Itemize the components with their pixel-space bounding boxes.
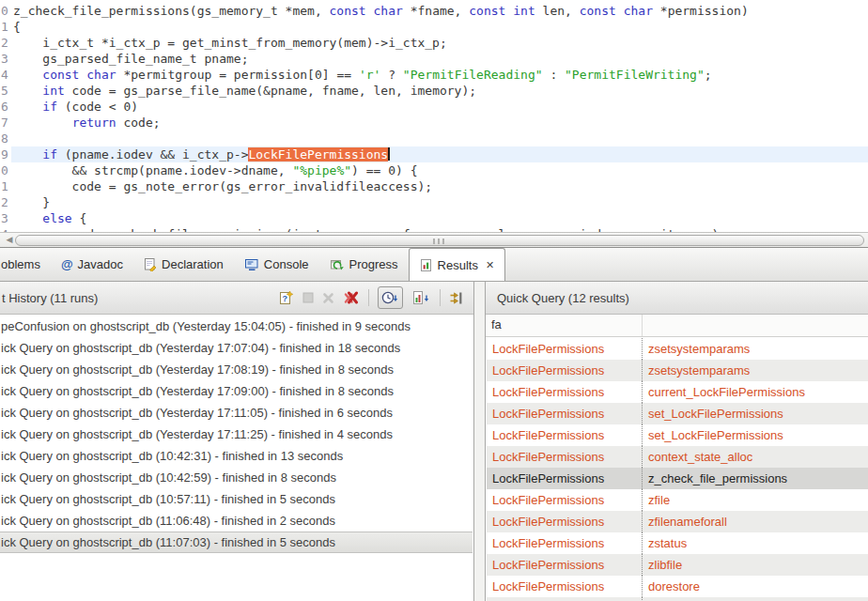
code-token: int xyxy=(42,84,64,98)
tab-console[interactable]: Console xyxy=(234,248,319,281)
result-row-selected[interactable]: LockFilePermissionsz_check_file_permissi… xyxy=(487,468,868,489)
history-item[interactable]: ick Query on ghostscript_db (10:42:59) -… xyxy=(0,467,473,488)
result-cell-source[interactable]: LockFilePermissions xyxy=(487,446,642,468)
code-line[interactable]: if (code < 0) xyxy=(11,99,868,115)
result-row[interactable]: LockFilePermissionszfilenameforall xyxy=(487,511,868,532)
code-token: len, xyxy=(535,4,580,18)
history-item[interactable]: ick Query on ghostscript_db (10:57:11) -… xyxy=(0,488,473,510)
code-token: "PermitFileReading" xyxy=(403,68,543,82)
code-token: i_ctx_t *i_ctx_p = get_minst_from_memory… xyxy=(13,36,447,50)
result-cell-source[interactable]: LockFilePermissions xyxy=(487,532,642,554)
toolbar-separator xyxy=(368,289,369,306)
result-cell-source[interactable]: LockFilePermissions xyxy=(487,424,642,446)
result-cell-target[interactable]: current_LockFilePermissions xyxy=(642,381,868,403)
quick-query-table[interactable]: LockFilePermissionszsetsystemparamsLockF… xyxy=(487,338,868,601)
results-icon xyxy=(420,258,433,272)
result-row[interactable]: LockFilePermissionszstatus xyxy=(487,532,868,554)
tab-label: Declaration xyxy=(162,257,224,271)
tab-javadoc[interactable]: @Javadoc xyxy=(51,248,133,281)
result-cell-source[interactable]: LockFilePermissions xyxy=(487,468,642,489)
toolbar-pin-button[interactable] xyxy=(449,287,466,308)
history-item[interactable]: ick Query on ghostscript_db (Yesterday 1… xyxy=(0,402,473,424)
result-row[interactable]: LockFilePermissionszlibfile xyxy=(487,554,868,576)
tab-results[interactable]: Results✕ xyxy=(409,248,506,281)
toolbar-history-view-button[interactable] xyxy=(378,286,403,309)
result-cell-target[interactable]: dorestore xyxy=(642,576,868,597)
result-row[interactable]: LockFilePermissionsdorestore xyxy=(487,576,868,597)
result-cell-target[interactable]: z_check_file_permissions xyxy=(642,468,868,489)
code-line[interactable]: z_check_file_permissions(gs_memory_t *me… xyxy=(11,3,868,19)
code-line[interactable] xyxy=(11,131,868,146)
code-line[interactable]: && strcmp(pname.iodev->dname, "%pipe%") … xyxy=(11,162,868,178)
code-line[interactable]: const char *permitgroup = permission[0] … xyxy=(11,67,868,83)
result-cell-target[interactable]: zstatus xyxy=(642,532,868,554)
toolbar-chart-view-button[interactable] xyxy=(411,287,431,308)
history-item[interactable]: ick Query on ghostscript_db (Yesterday 1… xyxy=(0,380,473,402)
result-row[interactable]: LockFilePermissionsset_LockFilePermissio… xyxy=(487,403,868,424)
filter-input[interactable]: fa xyxy=(486,315,642,336)
result-cell-source[interactable]: LockFilePermissions xyxy=(487,554,642,576)
code-token: char xyxy=(86,68,116,82)
code-line-current[interactable]: if (pname.iodev && i_ctx_p->LockFilePerm… xyxy=(11,146,868,162)
results-view-body: t History (11 runs) ? peConfusion on gho… xyxy=(0,282,868,601)
result-row[interactable]: LockFilePermissionszsetsystemparams xyxy=(487,360,868,381)
result-cell-target[interactable]: context_state_alloc xyxy=(642,446,868,468)
query-history-list[interactable]: peConfusion on ghostscript_db (Yesterday… xyxy=(0,316,473,601)
history-item[interactable]: ick Query on ghostscript_db (Yesterday 1… xyxy=(0,337,473,359)
code-token: z_check_file_permissions(gs_memory_t *me… xyxy=(13,4,330,18)
result-cell-source[interactable]: LockFilePermissions xyxy=(487,576,642,597)
line-number: 1 xyxy=(0,19,11,35)
result-cell-source[interactable]: LockFilePermissions xyxy=(487,489,642,511)
editor-horizontal-scrollbar[interactable]: ◀ xyxy=(0,232,868,247)
result-row[interactable]: LockFilePermissionscurrent_LockFilePermi… xyxy=(487,381,868,403)
result-row[interactable]: LockFilePermissionszfile xyxy=(487,489,868,511)
result-cell-source[interactable]: LockFilePermissions xyxy=(487,381,642,403)
line-number: 1 xyxy=(0,178,11,194)
toolbar-clear-all-button[interactable] xyxy=(343,287,360,308)
history-item[interactable]: ick Query on ghostscript_db (Yesterday 1… xyxy=(0,424,473,445)
result-row[interactable]: LockFilePermissionsset_LockFilePermissio… xyxy=(487,424,868,446)
eclipse-window: 012345678901234 z_check_file_permissions… xyxy=(0,0,868,601)
code-line[interactable]: gs_parsed_file_name_t pname; xyxy=(11,51,868,67)
history-item[interactable]: ick Query on ghostscript_db (Yesterday 1… xyxy=(0,359,473,380)
result-row[interactable]: LockFilePermissionscontext_state_alloc xyxy=(487,446,868,468)
quick-query-filter-row[interactable]: fa xyxy=(486,315,868,337)
code-token: ; xyxy=(705,68,712,82)
history-item[interactable]: ick Query on ghostscript_db (11:06:48) -… xyxy=(0,510,473,532)
filter-input-col2[interactable] xyxy=(642,315,868,336)
result-cell-source[interactable]: LockFilePermissions xyxy=(487,360,642,381)
result-cell-source[interactable]: LockFilePermissions xyxy=(487,338,642,360)
result-cell-target[interactable]: zlibfile xyxy=(642,554,868,576)
tab-close-icon[interactable]: ✕ xyxy=(486,259,494,271)
code-token xyxy=(13,147,42,162)
panel-sash[interactable] xyxy=(474,282,485,601)
toolbar-new-query-button[interactable]: ? xyxy=(278,287,294,308)
result-cell-source[interactable]: LockFilePermissions xyxy=(487,403,642,424)
tab-declaration[interactable]: Declaration xyxy=(133,248,234,281)
scrollbar-thumb[interactable] xyxy=(15,235,864,246)
tab-progress[interactable]: Progress xyxy=(319,248,409,281)
code-line[interactable]: i_ctx_t *i_ctx_p = get_minst_from_memory… xyxy=(11,35,868,51)
tab-problems[interactable]: oblems xyxy=(0,248,51,281)
result-cell-target[interactable]: zfile xyxy=(642,489,868,511)
history-item-selected[interactable]: ick Query on ghostscript_db (11:07:03) -… xyxy=(0,532,473,553)
code-line[interactable]: code = gs_note_error(gs_error_invalidfil… xyxy=(11,178,868,194)
result-cell-target[interactable]: zsetsystemparams xyxy=(642,338,868,360)
history-item[interactable]: ick Query on ghostscript_db (10:42:31) -… xyxy=(0,445,473,467)
code-line[interactable]: else { xyxy=(11,210,868,226)
code-line[interactable]: int code = gs_parse_file_name(&pname, fn… xyxy=(11,83,868,99)
code-editor[interactable]: 012345678901234 z_check_file_permissions… xyxy=(0,0,868,232)
result-cell-source[interactable]: LockFilePermissions xyxy=(487,511,642,532)
result-cell-target[interactable]: zfilenameforall xyxy=(642,511,868,532)
code-line[interactable]: } xyxy=(11,194,868,210)
result-row[interactable]: LockFilePermissionszsetsystemparams xyxy=(487,338,868,360)
result-cell-target[interactable]: set_LockFilePermissions xyxy=(642,424,868,446)
code-line[interactable]: { xyxy=(11,19,868,35)
result-cell-target[interactable]: set_LockFilePermissions xyxy=(642,403,868,424)
line-number-gutter: 012345678901234 xyxy=(0,3,11,232)
code-token: code; xyxy=(116,116,161,130)
code-lines[interactable]: z_check_file_permissions(gs_memory_t *me… xyxy=(11,3,868,232)
result-cell-target[interactable]: zsetsystemparams xyxy=(642,360,868,381)
code-line[interactable]: return code; xyxy=(11,115,868,131)
history-item[interactable]: peConfusion on ghostscript_db (Yesterday… xyxy=(0,316,473,337)
